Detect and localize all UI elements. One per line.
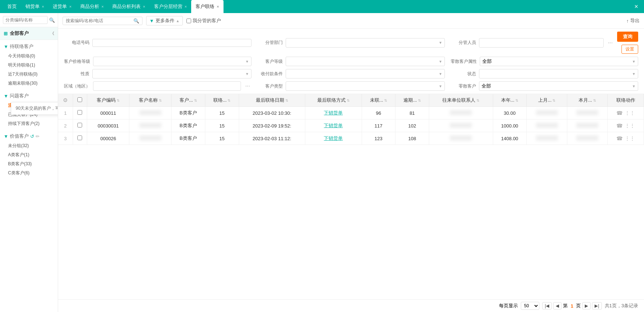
- manager-more-button[interactable]: ···: [607, 40, 614, 46]
- main-search-input[interactable]: [66, 18, 132, 23]
- col-settings[interactable]: ⚙: [58, 94, 73, 107]
- table-row: 3 000026 B类客户 15 2023-02-03 11:12: 下销货单 …: [58, 132, 644, 145]
- action-phone-icon[interactable]: ☎: [616, 135, 623, 141]
- filter-sparse-attr: 零散客户属性 全部 ▼: [451, 57, 638, 66]
- prev-page-button[interactable]: ◀: [553, 302, 562, 309]
- row-contact: 15: [205, 107, 239, 119]
- sidebar-collapse-icon[interactable]: 《: [50, 31, 54, 36]
- filter-price-level-select[interactable]: ▼: [93, 57, 251, 66]
- col-name[interactable]: 客户名称: [129, 94, 172, 107]
- sidebar-item-overdue[interactable]: 逾期未联络(30): [0, 79, 58, 88]
- row-last-method[interactable]: 下销货单: [305, 119, 362, 132]
- col-person[interactable]: 往来单位联系人: [429, 94, 493, 107]
- row-select-checkbox[interactable]: [77, 123, 82, 127]
- edit-icon[interactable]: ✏: [36, 134, 40, 139]
- row-select-checkbox[interactable]: [77, 135, 82, 140]
- action-phone-icon[interactable]: ☎: [616, 123, 623, 129]
- col-checkbox[interactable]: [73, 94, 87, 107]
- row-checkbox[interactable]: [73, 107, 87, 119]
- tab-home[interactable]: 首页: [3, 0, 21, 13]
- tab-product-list[interactable]: 商品分析列表 ×: [108, 0, 149, 13]
- col-last-method[interactable]: 最后联络方式: [305, 94, 362, 107]
- row-last-month: [527, 132, 567, 145]
- main-search-icon[interactable]: 🔍: [133, 18, 139, 24]
- filter-nature-select[interactable]: ▼: [92, 69, 251, 78]
- action-more-icon[interactable]: ⋮⋮: [625, 110, 635, 116]
- sidebar-item-declining[interactable]: 持续下滑客户(2): [0, 119, 58, 128]
- sidebar-item-today[interactable]: 今天待联络(0): [0, 52, 58, 61]
- filter-dept: 分管部门 ▼: [257, 32, 445, 54]
- filter-dept-select[interactable]: ▼: [286, 38, 445, 48]
- query-action-col: 查询 设置: [617, 32, 638, 54]
- sparse-attr-chevron-icon: ▼: [632, 60, 636, 64]
- close-tab-product-list[interactable]: ×: [143, 4, 145, 9]
- tab-sales-order[interactable]: 销货单 ×: [21, 0, 48, 13]
- filter-sparse-attr-select[interactable]: 全部 ▼: [480, 57, 638, 66]
- sidebar-group-problem-header[interactable]: ▼ 问题客户: [0, 91, 58, 101]
- my-customers-checkbox[interactable]: [186, 19, 191, 23]
- col-last-month[interactable]: 上月...: [527, 94, 567, 107]
- filter-manager-select[interactable]: [479, 38, 604, 48]
- row-last-method[interactable]: 下销货单: [305, 107, 362, 119]
- tab-purchase-order[interactable]: 进货单 ×: [48, 0, 76, 13]
- row-last-method[interactable]: 下销货单: [305, 132, 362, 145]
- close-tab-sales-order[interactable]: ×: [42, 4, 44, 9]
- col-last-date[interactable]: 最后联络日期: [239, 94, 305, 107]
- next-page-button[interactable]: ▶: [582, 302, 591, 309]
- query-button[interactable]: 查询: [617, 32, 638, 42]
- tab-customer-contact[interactable]: 客户联络 ×: [191, 0, 223, 13]
- table-settings-icon[interactable]: ⚙: [63, 97, 68, 103]
- col-uncontact[interactable]: 未联...: [362, 94, 395, 107]
- last-page-button[interactable]: ▶|: [592, 302, 601, 309]
- per-page-select[interactable]: 50 100 200: [521, 302, 539, 310]
- close-all-button[interactable]: ×: [631, 3, 641, 11]
- col-this-year[interactable]: 本年...: [493, 94, 527, 107]
- close-tab-purchase-order[interactable]: ×: [69, 4, 71, 9]
- col-type[interactable]: 客户...: [172, 94, 205, 107]
- filter-status-select[interactable]: ▼: [479, 69, 638, 78]
- refresh-icon[interactable]: ↺: [30, 134, 34, 139]
- sidebar-group-value-header[interactable]: ▼ 价值客户 ↺ ✏: [0, 131, 58, 141]
- close-tab-customer-tier[interactable]: ×: [185, 4, 187, 9]
- my-customers-toggle[interactable]: 我分管的客户: [186, 17, 221, 24]
- filter-customer-type-select[interactable]: ▼: [286, 81, 445, 91]
- sidebar-item-b-class[interactable]: B类客户(33): [0, 159, 58, 169]
- filter-payment-select[interactable]: ▼: [286, 69, 445, 78]
- tab-customer-tier[interactable]: 客户分层经营 ×: [150, 0, 191, 13]
- row-checkbox[interactable]: [73, 132, 87, 145]
- sidebar-group-pending-header[interactable]: ▼ 待联络客户: [0, 41, 58, 52]
- sidebar-item-tomorrow[interactable]: 明天待联络(1): [0, 61, 58, 70]
- action-phone-icon[interactable]: ☎: [616, 110, 623, 116]
- sidebar-item-ungroup[interactable]: 未分组(32): [0, 141, 58, 150]
- close-tab-customer-contact[interactable]: ×: [217, 4, 219, 9]
- row-select-checkbox[interactable]: [77, 110, 82, 115]
- sidebar-item-c-class[interactable]: C类客户(6): [0, 169, 58, 178]
- filter-region-select[interactable]: [93, 81, 241, 91]
- table-header-row: ⚙ 客户编码 客户名称 客户... 联络... 最后联络日期 最后联络方式 未联…: [58, 94, 644, 107]
- settings-button[interactable]: 设置: [621, 45, 638, 54]
- filter-phone-input[interactable]: [92, 39, 251, 47]
- page-total: 共1页，3条记录: [605, 303, 638, 309]
- col-this-month[interactable]: 本月...: [567, 94, 608, 107]
- action-more-icon[interactable]: ⋮⋮: [625, 123, 635, 129]
- filter-customer-level-select[interactable]: ▼: [286, 57, 445, 66]
- row-checkbox[interactable]: [73, 119, 87, 132]
- col-contact[interactable]: 联络...: [205, 94, 239, 107]
- sidebar-item-a-class[interactable]: A类客户(1): [0, 150, 58, 159]
- tab-product-analysis[interactable]: 商品分析 ×: [76, 0, 108, 13]
- sidebar-search-input[interactable]: [3, 16, 48, 24]
- sidebar-item-7days[interactable]: 近7天待联络(0): [0, 70, 58, 79]
- close-tab-product-analysis[interactable]: ×: [101, 4, 104, 9]
- filter-more-button[interactable]: ▼ 更多条件 ▲: [146, 16, 183, 25]
- action-more-icon[interactable]: ⋮⋮: [625, 135, 635, 141]
- col-overdue[interactable]: 逾期...: [395, 94, 429, 107]
- first-page-button[interactable]: |◀: [542, 302, 552, 309]
- region-more-button[interactable]: ···: [244, 83, 251, 89]
- sidebar-all-customers[interactable]: ⊞ 全部客户 《: [0, 27, 58, 40]
- export-button[interactable]: ↑ 导出: [627, 17, 640, 24]
- row-overdue: 108: [395, 132, 429, 145]
- col-code[interactable]: 客户编码: [87, 94, 129, 107]
- sidebar-search-icon[interactable]: 🔍: [49, 17, 55, 23]
- filter-sparse-customer-select[interactable]: 全部 ▼: [479, 81, 638, 91]
- select-all-checkbox[interactable]: [77, 97, 82, 102]
